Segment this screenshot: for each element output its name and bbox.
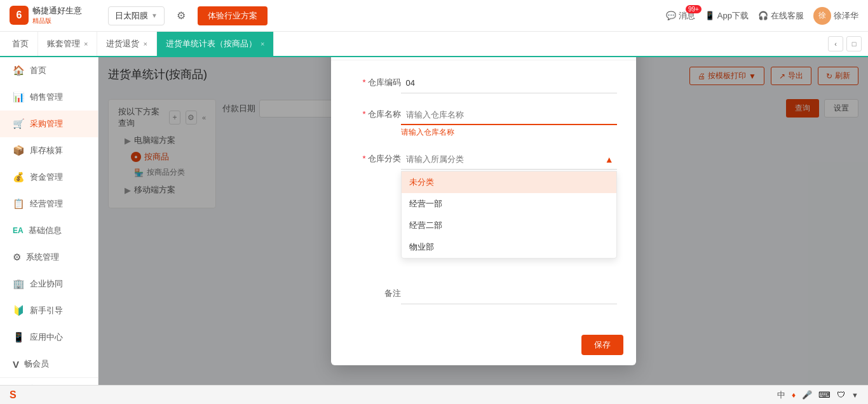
base-icon: EA	[13, 226, 24, 235]
tab-home[interactable]: 首页	[3, 32, 38, 56]
sidebar-item-home[interactable]: 🏠 首页	[0, 57, 98, 84]
main-layout: 🏠 首页 📊 销售管理 🛒 采购管理 📦 库存核算 💰 资金管理 📋 经营管理 …	[0, 57, 868, 404]
sidebar-label-guide: 新手引导	[30, 305, 63, 316]
appcenter-icon: 📱	[13, 332, 25, 343]
save-button[interactable]: 保存	[581, 335, 623, 355]
sidebar-item-inventory[interactable]: 📦 库存核算	[0, 137, 98, 164]
bottom-dot-icon: ♦	[792, 391, 796, 400]
sidebar-item-member[interactable]: V 畅会员	[0, 351, 98, 377]
dropdown-item-op2[interactable]: 经营二部	[402, 215, 616, 236]
message-btn[interactable]: 💬 消息 99+	[666, 10, 695, 22]
logo-icon: 6	[10, 6, 29, 25]
finance-icon: 💰	[13, 172, 25, 183]
purchase-return-tab-label: 进货退货	[106, 38, 139, 50]
modal-body: 仓库编码 仓库名称 请输入仓库名称 仓库分类	[331, 60, 636, 328]
purchase-icon: 🛒	[13, 118, 25, 130]
bottom-mic-icon[interactable]: 🎤	[802, 390, 812, 400]
sidebar-item-finance[interactable]: 💰 资金管理	[0, 164, 98, 191]
note-field	[401, 284, 617, 304]
tab-accounts[interactable]: 账套管理 ×	[38, 32, 97, 56]
sidebar-label-base: 基础信息	[29, 225, 62, 236]
message-badge: 99+	[686, 5, 702, 13]
logo-text: 畅捷通好生意 精品版	[32, 6, 82, 25]
message-icon: 💬	[666, 11, 676, 20]
name-label: 仓库名称	[350, 105, 401, 120]
sidebar-label-system: 系统管理	[26, 252, 59, 263]
dropdown-item-op1[interactable]: 经营一部	[402, 193, 616, 215]
tab-bar: 首页 账套管理 × 进货退货 × 进货单统计表（按商品） × ‹ □	[0, 32, 868, 57]
code-field	[401, 73, 617, 93]
store-name: 日太阳膜	[115, 10, 148, 22]
home-icon: 🏠	[13, 65, 25, 76]
app-download-btn[interactable]: 📱 App下载	[705, 10, 749, 22]
tab-close-icon[interactable]: ×	[261, 40, 264, 48]
accounts-tab-label: 账套管理	[47, 38, 80, 50]
category-select-wrapper: ▲	[401, 149, 617, 170]
tab-close-icon[interactable]: ×	[84, 40, 88, 48]
settings-icon[interactable]: ⚙	[171, 6, 191, 26]
form-row-code: 仓库编码	[350, 73, 617, 93]
avatar: 徐	[813, 7, 831, 25]
sidebar-label-purchase: 采购管理	[30, 118, 63, 130]
system-icon: ⚙	[13, 252, 21, 263]
tab-prev-btn[interactable]: ‹	[828, 36, 843, 51]
home-tab-label: 首页	[12, 38, 29, 50]
user-btn[interactable]: 徐 徐泽华	[813, 7, 858, 25]
form-row-name: 仓库名称 请输入仓库名称	[350, 105, 617, 138]
name-input[interactable]	[401, 105, 617, 125]
category-arrow-btn[interactable]: ▲	[605, 154, 614, 165]
dropdown-item-property[interactable]: 物业部	[402, 236, 616, 258]
content-area: 进货单统计(按商品) 🖨 按模板打印 ▼ ↗ 导出 ↻ 刷新	[98, 57, 868, 404]
sales-icon: 📊	[13, 91, 25, 103]
bottom-arrow-icon[interactable]: ▼	[851, 391, 858, 399]
inventory-icon: 📦	[13, 145, 25, 156]
logo-area: 6 畅捷通好生意 精品版	[10, 6, 108, 25]
store-selector[interactable]: 日太阳膜 ▼	[108, 6, 165, 25]
sidebar-item-sales[interactable]: 📊 销售管理	[0, 84, 98, 111]
bottom-keyboard-icon[interactable]: ⌨	[818, 390, 831, 400]
tab-purchase-return[interactable]: 进货退货 ×	[97, 32, 156, 56]
modal-footer: 保存	[331, 328, 636, 365]
operation-icon: 📋	[13, 198, 25, 210]
sidebar-label-inventory: 库存核算	[30, 145, 63, 156]
purchase-stats-tab-label: 进货单统计表（按商品）	[166, 38, 257, 50]
tab-close-icon[interactable]: ×	[143, 40, 147, 48]
sidebar-label-enterprise: 企业协同	[30, 278, 63, 290]
guide-icon: 🔰	[13, 305, 25, 316]
bottom-lang-icon[interactable]: 中	[777, 389, 785, 401]
sidebar-item-guide[interactable]: 🔰 新手引导	[0, 297, 98, 324]
sidebar-item-enterprise[interactable]: 🏢 企业协同	[0, 271, 98, 297]
top-nav: 6 畅捷通好生意 精品版 日太阳膜 ▼ ⚙ 体验行业方案 💬 消息 99+ 📱 …	[0, 0, 868, 32]
tab-purchase-stats[interactable]: 进货单统计表（按商品） ×	[157, 32, 274, 56]
phone-icon: 📱	[705, 11, 715, 20]
sidebar-item-appcenter[interactable]: 📱 应用中心	[0, 324, 98, 351]
bottom-logo: S	[10, 389, 17, 401]
sidebar-item-base[interactable]: EA 基础信息	[0, 217, 98, 244]
sidebar: 🏠 首页 📊 销售管理 🛒 采购管理 📦 库存核算 💰 资金管理 📋 经营管理 …	[0, 57, 98, 404]
tab-next-btn[interactable]: □	[846, 36, 862, 51]
modal-add-warehouse: 新增仓库 × 仓库编码 仓库名称 请输入仓库名称	[331, 57, 636, 365]
sidebar-label-operation: 经营管理	[30, 198, 63, 210]
sidebar-item-system[interactable]: ⚙ 系统管理	[0, 244, 98, 271]
form-row-note: 备注	[350, 284, 617, 304]
category-input[interactable]	[401, 149, 617, 170]
chevron-down-icon: ▼	[151, 12, 158, 19]
note-label: 备注	[350, 284, 401, 299]
sidebar-label-finance: 资金管理	[30, 172, 63, 183]
headset-icon: 🎧	[758, 11, 768, 20]
online-service-btn[interactable]: 🎧 在线客服	[758, 10, 804, 22]
name-field: 请输入仓库名称	[401, 105, 617, 138]
sidebar-label-member: 畅会员	[24, 358, 49, 370]
trial-button[interactable]: 体验行业方案	[198, 6, 268, 25]
note-input[interactable]	[401, 284, 617, 304]
sidebar-item-purchase[interactable]: 🛒 采购管理	[0, 111, 98, 137]
tab-controls: ‹ □	[828, 32, 865, 56]
member-icon: V	[13, 359, 19, 370]
enterprise-icon: 🏢	[13, 278, 25, 290]
sidebar-item-operation[interactable]: 📋 经营管理	[0, 191, 98, 217]
name-error-msg: 请输入仓库名称	[401, 127, 617, 138]
code-input[interactable]	[401, 73, 617, 93]
dropdown-item-uncategorized[interactable]: 未分类	[402, 172, 616, 193]
sidebar-label-sales: 销售管理	[30, 91, 63, 103]
bottom-shield-icon[interactable]: 🛡	[837, 390, 845, 400]
